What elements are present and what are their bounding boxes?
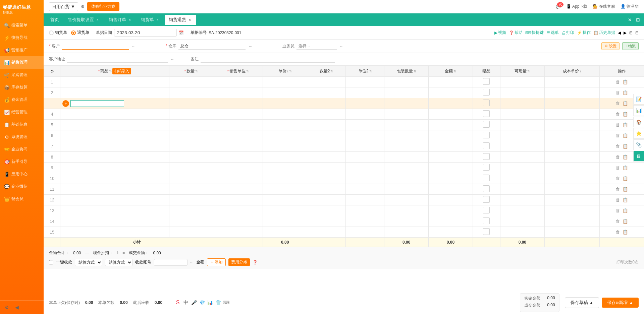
unit2-cell-2[interactable] <box>346 87 384 98</box>
product-cell-13[interactable] <box>60 205 169 216</box>
amount-cell-2[interactable] <box>429 87 473 98</box>
select-link[interactable]: ☰ 选单 <box>546 30 559 36</box>
available-cell-14[interactable] <box>500 216 545 227</box>
tab-close-2[interactable]: × <box>127 17 132 22</box>
qty-cell-5[interactable] <box>169 120 213 130</box>
gift-checkbox-10[interactable] <box>483 175 490 181</box>
gift-checkbox-4[interactable] <box>483 110 490 117</box>
sale-unit-cell-14[interactable] <box>213 216 263 227</box>
pack-qty-cell-15[interactable] <box>384 227 429 238</box>
unit-price-cell-8[interactable] <box>263 152 307 163</box>
cash-discount-info-icon[interactable]: ℹ <box>117 251 118 255</box>
amount-cell-9[interactable] <box>429 163 473 173</box>
unit-price-cell-7[interactable] <box>263 141 307 152</box>
delete-row-btn-12[interactable]: 🗑 <box>615 197 621 203</box>
available-cell-2[interactable] <box>500 87 545 98</box>
qty2-cell-9[interactable] <box>307 163 346 173</box>
pack-qty-cell-10[interactable] <box>384 173 429 184</box>
copy-row-btn-4[interactable]: 📋 <box>622 111 629 117</box>
cost-price-cell-2[interactable] <box>544 87 600 98</box>
qty2-cell-5[interactable] <box>307 120 346 130</box>
gift-cell-5[interactable] <box>473 120 500 130</box>
unit-price-cell-14[interactable] <box>263 216 307 227</box>
unit2-cell-7[interactable] <box>346 141 384 152</box>
scan-button[interactable]: 扫码录入 <box>112 68 131 74</box>
cost-price-cell-9[interactable] <box>544 163 600 173</box>
th-settings[interactable]: ⚙ <box>44 66 60 77</box>
delete-row-btn-5[interactable]: 🗑 <box>615 122 621 128</box>
sale-unit-cell-6[interactable] <box>213 130 263 141</box>
available-cell-3[interactable] <box>500 98 545 109</box>
gift-cell-15[interactable] <box>473 227 500 238</box>
unit-price-cell-5[interactable] <box>263 120 307 130</box>
amount-cell-13[interactable] <box>429 205 473 216</box>
sidebar-item-marketing[interactable]: 📢营销推广 <box>0 44 44 56</box>
sale-unit-cell-15[interactable] <box>213 227 263 238</box>
gift-checkbox-3[interactable] <box>483 100 490 106</box>
sidebar-item-app_center[interactable]: 📱应用中心 <box>0 168 44 180</box>
warehouse-expand[interactable]: ··· <box>249 44 252 49</box>
message-icon[interactable]: 💬 70 <box>556 4 561 9</box>
gift-checkbox-13[interactable] <box>483 207 490 213</box>
product-cell-8[interactable] <box>60 152 169 163</box>
date-input[interactable] <box>114 29 177 37</box>
print-link[interactable]: 🖨 打印 <box>561 30 574 36</box>
unit-price-cell-1[interactable] <box>263 77 307 87</box>
customer-expand[interactable]: ··· <box>132 44 136 49</box>
tab-销售订单[interactable]: 销售订单× <box>105 15 136 25</box>
sidebar-item-purchase[interactable]: 🛒采购管理 <box>0 69 44 81</box>
sidebar-item-search[interactable]: 🔍搜索菜单 <box>0 19 44 32</box>
gift-checkbox-1[interactable] <box>483 78 490 85</box>
gift-cell-11[interactable] <box>473 184 500 195</box>
pack-qty-cell-2[interactable] <box>384 87 429 98</box>
cost-price-info-icon[interactable]: ℹ <box>580 69 581 73</box>
gift-cell-4[interactable] <box>473 109 500 120</box>
product-cell-2[interactable] <box>60 87 169 98</box>
pack-qty-cell-4[interactable] <box>384 109 429 120</box>
qty2-cell-14[interactable] <box>307 216 346 227</box>
tab-售价提取设置[interactable]: 售价提取设置× <box>64 15 104 25</box>
sale-unit-cell-1[interactable] <box>213 77 263 87</box>
salesperson-input[interactable] <box>297 43 337 50</box>
sidebar-item-shortcut[interactable]: ⚡快捷导航 <box>0 32 44 44</box>
toolbar-icon-3[interactable]: 💎 <box>199 299 205 306</box>
qty-cell-11[interactable] <box>169 184 213 195</box>
prev-icon[interactable]: ◀ <box>618 30 621 35</box>
amount-cell-1[interactable] <box>429 77 473 87</box>
qty2-sort-icon[interactable]: ⇅ <box>330 69 333 73</box>
delete-row-btn-7[interactable]: 🗑 <box>615 143 621 149</box>
qty-cell-7[interactable] <box>169 141 213 152</box>
available-cell-11[interactable] <box>500 184 545 195</box>
sidebar-item-guide[interactable]: 🎯新手引导 <box>0 155 44 168</box>
unit-price-cell-11[interactable] <box>263 184 307 195</box>
qty-cell-13[interactable] <box>169 205 213 216</box>
float-btn-1[interactable]: 📝 <box>633 94 644 105</box>
expense-help-icon[interactable]: ❓ <box>253 260 258 265</box>
gift-cell-13[interactable] <box>473 205 500 216</box>
product-cell-15[interactable] <box>60 227 169 238</box>
gift-cell-7[interactable] <box>473 141 500 152</box>
delete-row-btn-2[interactable]: 🗑 <box>615 89 621 96</box>
tab-销货退货[interactable]: 销货退货× <box>165 15 196 25</box>
tab-销货单[interactable]: 销货单× <box>137 15 164 25</box>
gift-checkbox-9[interactable] <box>483 164 490 171</box>
amount-sort-icon[interactable]: ⇅ <box>453 69 456 73</box>
unit2-cell-12[interactable] <box>346 195 384 205</box>
gift-cell-12[interactable] <box>473 195 500 205</box>
unit-price-cell-10[interactable] <box>263 173 307 184</box>
amount-cell-10[interactable] <box>429 173 473 184</box>
tab-close-3[interactable]: × <box>155 17 160 22</box>
available-cell-6[interactable] <box>500 130 545 141</box>
product-cell-11[interactable] <box>60 184 169 195</box>
amount-cell-6[interactable] <box>429 130 473 141</box>
unit2-cell-11[interactable] <box>346 184 384 195</box>
online-service-link[interactable]: 💁 在线客服 <box>593 4 615 9</box>
pack-qty-cell-9[interactable] <box>384 163 429 173</box>
gift-checkbox-2[interactable] <box>483 89 490 96</box>
gift-cell-10[interactable] <box>473 173 500 184</box>
unit-price-cell-2[interactable] <box>263 87 307 98</box>
unit-price-cell-13[interactable] <box>263 205 307 216</box>
gift-checkbox-7[interactable] <box>483 142 490 149</box>
sale-unit-cell-7[interactable] <box>213 141 263 152</box>
add-account-btn[interactable]: ＋ 添加 <box>207 258 226 266</box>
